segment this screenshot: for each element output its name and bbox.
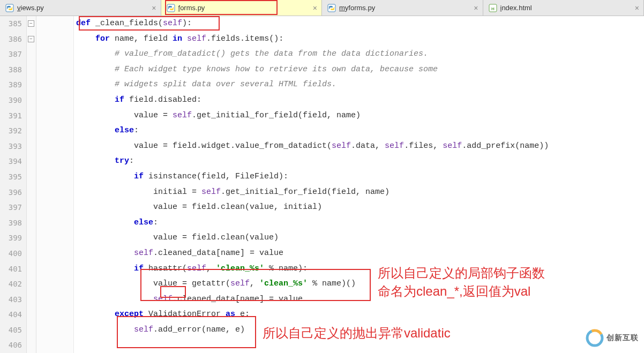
code-line[interactable]: # Each widget type knows how to retrieve… — [76, 62, 644, 78]
line-number: 402 — [0, 276, 22, 292]
line-number: 392 — [0, 123, 22, 139]
close-icon[interactable]: × — [635, 4, 639, 12]
line-number: 403 — [0, 292, 22, 307]
code-line[interactable]: # widgets split data over several HTML f… — [76, 77, 644, 93]
watermark: 创新互联 — [585, 328, 639, 348]
code-line[interactable]: self.cleaned_data[name] = value — [76, 246, 644, 261]
tab-myforms-py[interactable]: myforms.py× — [322, 0, 483, 16]
line-number: 396 — [0, 185, 22, 200]
code-line[interactable]: if field.disabled: — [76, 93, 644, 108]
line-number: 394 — [0, 154, 22, 169]
line-number: 391 — [0, 108, 22, 124]
code-line[interactable]: value = field.clean(value) — [76, 230, 644, 246]
code-line[interactable]: except ValidationError as e: — [76, 307, 644, 322]
code-line[interactable]: else: — [76, 123, 644, 139]
line-number: 406 — [0, 337, 22, 353]
tab-label: index.html — [500, 4, 532, 12]
line-number: 400 — [0, 246, 22, 261]
code-line[interactable]: if isinstance(field, FileField): — [76, 169, 644, 185]
code-line[interactable]: try: — [76, 154, 644, 169]
code-line[interactable]: # value_from_datadict() gets the data fr… — [76, 47, 644, 62]
line-number: 393 — [0, 139, 22, 154]
code-area[interactable]: def _clean_fields(self): for name, field… — [74, 16, 644, 353]
line-number: 405 — [0, 322, 22, 338]
fold-gutter: −− — [27, 16, 36, 353]
code-line[interactable]: initial = self.get_initial_for_field(fie… — [76, 185, 644, 200]
fold-toggle-icon[interactable]: − — [28, 20, 34, 27]
watermark-logo-icon — [585, 328, 604, 348]
tab-forms-py[interactable]: forms.py× — [161, 0, 323, 16]
line-number: 397 — [0, 200, 22, 215]
code-line[interactable]: value = getattr(self, 'clean_%s' % name)… — [76, 276, 644, 292]
line-number: 386 — [0, 32, 22, 47]
code-line[interactable]: self.add_error(name, e) — [76, 322, 644, 338]
tab-bar: views.py×forms.py×myforms.py×Hindex.html… — [0, 0, 644, 16]
line-number: 387 — [0, 47, 22, 62]
line-number: 395 — [0, 169, 22, 185]
watermark-text: 创新互联 — [606, 333, 639, 343]
indent-guide — [36, 16, 74, 353]
editor-area: 3853863873883893903913923933943953963973… — [0, 16, 644, 353]
code-line[interactable]: def _clean_fields(self): — [76, 16, 644, 32]
code-line[interactable]: else: — [76, 215, 644, 231]
code-line[interactable]: if hasattr(self, 'clean_%s' % name): — [76, 261, 644, 277]
line-number: 404 — [0, 307, 22, 322]
tab-index-html[interactable]: Hindex.html× — [483, 0, 645, 16]
line-number: 385 — [0, 16, 22, 32]
tab-label: myforms.py — [339, 4, 375, 12]
line-number: 399 — [0, 230, 22, 246]
code-line[interactable]: value = field.widget.value_from_datadict… — [76, 139, 644, 154]
line-number: 389 — [0, 77, 22, 93]
line-number: 398 — [0, 215, 22, 231]
fold-toggle-icon[interactable]: − — [28, 36, 34, 42]
tab-label: forms.py — [178, 4, 205, 12]
line-number: 390 — [0, 93, 22, 108]
tab-label: views.py — [17, 4, 44, 12]
line-number: 388 — [0, 62, 22, 78]
code-line[interactable] — [76, 337, 644, 353]
close-icon[interactable]: × — [313, 4, 317, 12]
code-line[interactable]: value = self.get_initial_for_field(field… — [76, 108, 644, 124]
line-number: 401 — [0, 261, 22, 277]
close-icon[interactable]: × — [474, 4, 478, 12]
line-number-gutter: 3853863873883893903913923933943953963973… — [0, 16, 27, 353]
code-line[interactable]: for name, field in self.fields.items(): — [76, 32, 644, 47]
svg-text:H: H — [491, 6, 495, 11]
close-icon[interactable]: × — [152, 4, 156, 12]
code-line[interactable]: value = field.clean(value, initial) — [76, 200, 644, 215]
tab-views-py[interactable]: views.py× — [0, 0, 161, 16]
code-line[interactable]: self.cleaned_data[name] = value — [76, 292, 644, 307]
